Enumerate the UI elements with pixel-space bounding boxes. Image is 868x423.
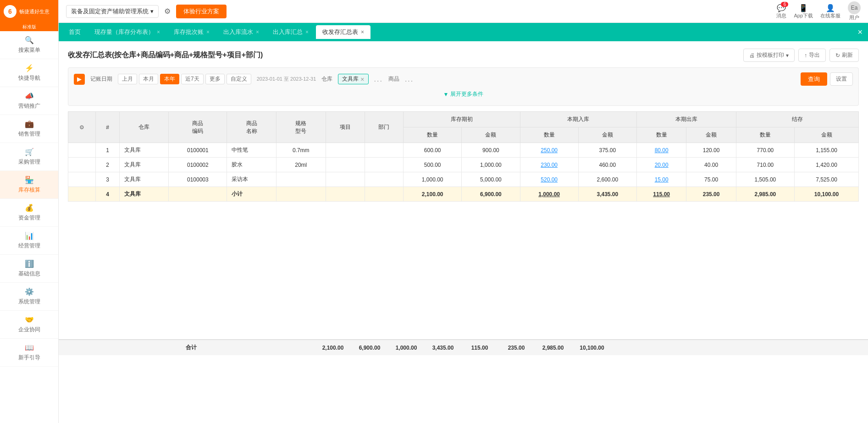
sidebar-label-search: 搜索菜单 <box>18 46 40 54</box>
user-label: 用户 <box>849 14 859 21</box>
topbar: 装备及固定资产辅助管理系统 ▾ ⚙ 体验行业方案 💬 6 消息 📱 App下载 … <box>59 0 868 23</box>
filter-setting-btn[interactable]: 设置 <box>830 72 853 86</box>
sidebar-item-operations[interactable]: 📊 经营管理 <box>0 227 58 255</box>
sidebar-item-guide[interactable]: 📖 新手引导 <box>0 339 58 367</box>
sidebar-item-finance[interactable]: 💰 资金管理 <box>0 199 58 227</box>
refresh-btn[interactable]: ↻ 刷新 <box>829 49 859 62</box>
tab-home-label: 首页 <box>69 28 81 36</box>
tab-recv-send-close[interactable]: × <box>361 29 364 35</box>
quick-icon: ⚡ <box>25 64 34 72</box>
row4-code <box>169 187 227 202</box>
tab-batch[interactable]: 库存批次账 × <box>167 25 216 39</box>
warehouse-tag-close[interactable]: × <box>360 76 364 82</box>
row1-goods: 中性笔 <box>227 143 276 158</box>
warehouse-more-dots[interactable]: ... <box>374 75 383 83</box>
sidebar-item-purchase[interactable]: 🛒 采购管理 <box>0 143 58 171</box>
row4-opening-amt: 6,900.00 <box>462 187 520 202</box>
tab-flow-close[interactable]: × <box>256 29 259 35</box>
sidebar-item-collab[interactable]: 🤝 企业协同 <box>0 311 58 339</box>
online-service-action[interactable]: 👤 在线客服 <box>820 4 840 19</box>
tab-inventory-dist-close[interactable]: × <box>157 29 160 35</box>
topbar-actions: 💬 6 消息 📱 App下载 👤 在线客服 Ea 用户 <box>776 1 861 21</box>
sidebar-item-search[interactable]: 🔍 搜索菜单 <box>0 31 58 59</box>
date-btn-this-year[interactable]: 本年 <box>160 74 179 84</box>
col-project-header: 项目 <box>326 112 365 143</box>
date-btn-last-month[interactable]: 上月 <box>118 74 137 84</box>
tabbar: 首页 现存量（库存分布表） × 库存批次账 × 出入库流水 × 出入库汇总 × … <box>59 23 868 41</box>
filter-collapse-btn[interactable]: ▶ <box>74 74 85 85</box>
row4-balance-qty: 2,985.00 <box>736 187 794 202</box>
app-download-action[interactable]: 📱 App下载 <box>794 4 813 19</box>
export-btn[interactable]: ↑ 导出 <box>798 49 826 62</box>
row2-balance-qty: 710.00 <box>736 158 794 172</box>
col-goods-header: 商品名称 <box>227 112 276 143</box>
row1-dept <box>365 143 404 158</box>
tab-home[interactable]: 首页 <box>62 25 87 39</box>
refresh-label: 刷新 <box>842 51 853 59</box>
row2-outbound-qty[interactable]: 20.00 <box>636 158 686 172</box>
row1-outbound-qty[interactable]: 80.00 <box>636 143 686 158</box>
tab-inventory-dist[interactable]: 现存量（库存分布表） × <box>88 25 166 39</box>
row1-code: 0100001 <box>169 143 227 158</box>
row3-warehouse: 文具库 <box>120 172 169 187</box>
row3-inbound-qty[interactable]: 520.00 <box>520 172 578 187</box>
row3-outbound-qty[interactable]: 15.00 <box>636 172 686 187</box>
tab-recv-send[interactable]: 收发存汇总表 × <box>316 25 370 39</box>
col-settings-icon[interactable]: ⚙ <box>79 124 84 131</box>
row3-outbound-amt: 75.00 <box>686 172 736 187</box>
search-btn[interactable]: 查询 <box>801 72 827 86</box>
goods-more-dots[interactable]: ... <box>405 75 414 83</box>
row4-outbound-qty[interactable]: 115.00 <box>636 187 686 202</box>
row4-dept <box>365 187 404 202</box>
row3-balance-qty: 1,505.00 <box>736 172 794 187</box>
tab-flow[interactable]: 出入库流水 × <box>217 25 265 39</box>
date-btn-more[interactable]: 更多 <box>205 74 225 84</box>
sidebar-item-system[interactable]: ⚙️ 系统管理 <box>0 283 58 311</box>
date-btn-this-month[interactable]: 本月 <box>139 74 158 84</box>
col-inbound-qty-header: 数量 <box>520 127 578 143</box>
message-action[interactable]: 💬 6 消息 <box>776 4 786 19</box>
row4-inbound-qty[interactable]: 1,000.00 <box>520 187 578 202</box>
row2-no: 2 <box>96 158 120 172</box>
row2-inbound-qty[interactable]: 230.00 <box>520 158 578 172</box>
user-action[interactable]: Ea 用户 <box>848 1 861 21</box>
close-all-tabs[interactable]: × <box>856 26 864 39</box>
guide-icon: 📖 <box>25 343 34 352</box>
sidebar-item-inventory[interactable]: 🏪 库存核算 <box>0 171 58 199</box>
message-badge: 6 <box>781 2 788 7</box>
expand-more-btn[interactable]: ▼ 展开更多条件 <box>74 88 853 101</box>
date-btn-7days[interactable]: 近7天 <box>181 74 204 84</box>
col-opening-header: 库存期初 <box>404 112 520 127</box>
sidebar-label-collab: 企业协同 <box>18 326 40 334</box>
print-btn[interactable]: 🖨 按模板打印 ▾ <box>743 49 795 62</box>
system-selector[interactable]: 装备及固定资产辅助管理系统 ▾ <box>66 5 159 18</box>
sidebar-label-inventory: 库存核算 <box>18 186 40 194</box>
footer-label-area: 合计 <box>68 344 315 352</box>
col-opening-qty-header: 数量 <box>404 127 462 143</box>
app-logo: 6 畅捷通好生意 <box>0 0 58 23</box>
experience-btn[interactable]: 体验行业方案 <box>176 5 227 18</box>
sidebar-item-sales[interactable]: 💼 销售管理 <box>0 115 58 143</box>
row3-dept <box>365 172 404 187</box>
finance-icon: 💰 <box>25 203 34 212</box>
collab-icon: 🤝 <box>25 315 34 324</box>
sidebar-item-marketing[interactable]: 📣 营销推广 <box>0 87 58 115</box>
row1-inbound-qty[interactable]: 250.00 <box>520 143 578 158</box>
tab-inventory-dist-label: 现存量（库存分布表） <box>94 28 154 36</box>
col-settings[interactable]: ⚙ <box>68 112 96 143</box>
row1-check <box>68 143 96 158</box>
row4-spec <box>276 187 326 202</box>
row3-check <box>68 172 96 187</box>
logo-tag: 标准版 <box>0 23 58 31</box>
sidebar-item-quick[interactable]: ⚡ 快捷导航 <box>0 59 58 87</box>
tab-batch-close[interactable]: × <box>206 29 210 35</box>
sidebar-item-basic-info[interactable]: ℹ️ 基础信息 <box>0 255 58 283</box>
col-opening-amt-header: 金额 <box>462 127 520 143</box>
gear-icon[interactable]: ⚙ <box>164 7 171 16</box>
date-btn-custom[interactable]: 自定义 <box>227 74 251 84</box>
tab-summary-close[interactable]: × <box>305 29 309 35</box>
row3-spec <box>276 172 326 187</box>
tab-summary[interactable]: 出入库汇总 × <box>266 25 315 39</box>
system-icon: ⚙️ <box>25 287 34 296</box>
page-actions: 🖨 按模板打印 ▾ ↑ 导出 ↻ 刷新 <box>743 49 859 62</box>
